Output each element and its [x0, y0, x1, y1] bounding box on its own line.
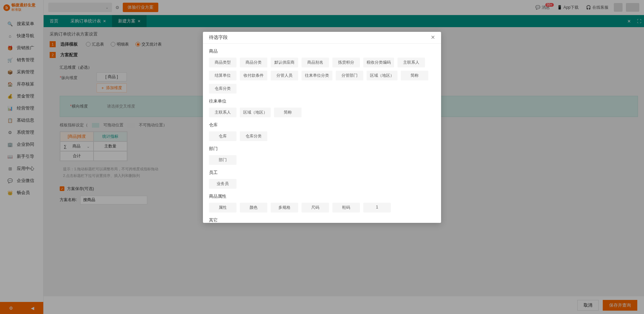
modal-overlay[interactable]: 待选字段 ✕ 商品商品类型商品分类默认供应商商品别名拣货积分税收分类编码主联系人… [0, 0, 644, 314]
group-title: 其它 [209, 217, 435, 223]
field-chip[interactable]: 1 [363, 203, 391, 212]
field-group: 部门部门 [209, 146, 435, 165]
group-title: 员工 [209, 170, 435, 176]
field-chip[interactable]: 收付款条件 [240, 71, 267, 80]
field-picker-modal: 待选字段 ✕ 商品商品类型商品分类默认供应商商品别名拣货积分税收分类编码主联系人… [203, 32, 441, 223]
field-chip[interactable]: 简称 [401, 71, 428, 80]
field-chip[interactable]: 仓库分类 [209, 84, 236, 93]
field-chip[interactable]: 税收分类编码 [363, 58, 394, 67]
field-chip[interactable]: 区域（地区） [367, 71, 397, 80]
field-chip[interactable]: 鞋码 [332, 203, 360, 212]
field-chip[interactable]: 主联系人 [209, 108, 236, 117]
group-title: 往来单位 [209, 98, 435, 104]
field-chip[interactable]: 商品别名 [302, 58, 329, 67]
modal-close-button[interactable]: ✕ [431, 34, 435, 41]
field-chip[interactable]: 结算单位 [209, 71, 236, 80]
field-chip[interactable]: 属性 [209, 203, 236, 212]
field-chip[interactable]: 分管人员 [271, 71, 298, 80]
group-title: 商品 [209, 48, 435, 54]
modal-title: 待选字段 [209, 35, 228, 41]
group-title: 部门 [209, 146, 435, 152]
field-chip[interactable]: 区域（地区） [240, 108, 271, 117]
field-group: 商品商品类型商品分类默认供应商商品别名拣货积分税收分类编码主联系人结算单位收付款… [209, 48, 435, 93]
field-chip[interactable]: 分管部门 [336, 71, 363, 80]
field-chip[interactable]: 默认供应商 [271, 58, 298, 67]
group-title: 仓库 [209, 122, 435, 128]
field-chip[interactable]: 仓库分类 [240, 131, 267, 141]
modal-header: 待选字段 ✕ [203, 32, 441, 44]
field-chip[interactable]: 往来单位分类 [302, 71, 332, 80]
field-group: 往来单位主联系人区域（地区）简称 [209, 98, 435, 117]
modal-body: 商品商品类型商品分类默认供应商商品别名拣货积分税收分类编码主联系人结算单位收付款… [203, 44, 441, 223]
field-chip[interactable]: 拣货积分 [332, 58, 360, 67]
field-group: 员工业务员 [209, 170, 435, 189]
field-chip[interactable]: 简称 [274, 108, 302, 117]
field-chip[interactable]: 颜色 [240, 203, 267, 212]
field-chip[interactable]: 主联系人 [397, 58, 425, 67]
field-chip[interactable]: 业务员 [209, 179, 236, 189]
field-group: 商品属性属性颜色多规格尺码鞋码1 [209, 193, 435, 212]
field-group: 其它单据日期项目 [209, 217, 435, 223]
field-chip[interactable]: 尺码 [302, 203, 329, 212]
field-chip[interactable]: 商品分类 [240, 58, 267, 67]
field-chip[interactable]: 仓库 [209, 131, 236, 141]
group-title: 商品属性 [209, 193, 435, 199]
field-group: 仓库仓库仓库分类 [209, 122, 435, 141]
field-chip[interactable]: 多规格 [271, 203, 298, 212]
field-chip[interactable]: 商品类型 [209, 58, 236, 67]
field-chip[interactable]: 部门 [209, 155, 236, 165]
